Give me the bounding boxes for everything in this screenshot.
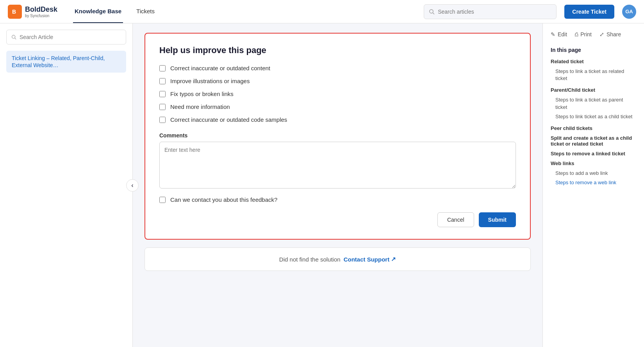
toc-section-split-create-title[interactable]: Split and create a ticket as a child tic…: [551, 135, 636, 147]
edit-action[interactable]: ✎ Edit: [551, 31, 567, 37]
share-action[interactable]: ⤢ Share: [599, 31, 621, 37]
search-icon: [429, 9, 435, 15]
feedback-form: Help us improve this page Correct inaccu…: [144, 33, 531, 240]
logo-text: BoldDesk by Syncfusion: [25, 5, 57, 18]
logo-sub-text: by Syncfusion: [25, 14, 57, 18]
sidebar-collapse-button[interactable]: ‹: [126, 179, 139, 192]
nav-tab-knowledge-base[interactable]: Knowledge Base: [73, 0, 123, 23]
toc-section-remove-linked: Steps to remove a linked ticket: [551, 151, 636, 157]
toc-item-remove-web-link[interactable]: Steps to remove a web link: [551, 178, 636, 187]
header: B BoldDesk by Syncfusion Knowledge Base …: [0, 0, 644, 23]
sidebar-search-icon: [11, 34, 16, 40]
print-icon: ⎙: [575, 31, 578, 37]
form-buttons: Cancel Submit: [159, 212, 516, 227]
toc-section-parent-child-title[interactable]: Parent/Child ticket: [551, 87, 636, 93]
toc-item-add-web-link[interactable]: Steps to add a web link: [551, 169, 636, 178]
checkbox-code-samples[interactable]: [159, 117, 166, 123]
checkbox-label-more-info[interactable]: Need more information: [170, 103, 230, 110]
feedback-form-title: Help us improve this page: [159, 45, 516, 55]
checkbox-item-4: Need more information: [159, 103, 516, 110]
create-ticket-button[interactable]: Create Ticket: [564, 5, 614, 19]
sidebar-article-item[interactable]: Ticket Linking – Related, Parent-Child, …: [6, 51, 126, 73]
checkbox-label-inaccurate-content[interactable]: Correct inaccurate or outdated content: [170, 65, 270, 71]
checkbox-label-typos[interactable]: Fix typos or broken links: [170, 91, 234, 97]
contact-checkbox-label[interactable]: Can we contact you about this feedback?: [170, 196, 277, 203]
checkbox-item-1: Correct inaccurate or outdated content: [159, 65, 516, 71]
toc-item-parent-ticket[interactable]: Steps to link a ticket as parent ticket: [551, 95, 636, 112]
logo-area: B BoldDesk by Syncfusion: [8, 5, 57, 19]
bolddesk-logo-icon: B: [8, 5, 22, 19]
edit-label: Edit: [558, 31, 567, 37]
in-this-page-title: In this page: [551, 47, 636, 53]
toc-item-related-link[interactable]: Steps to link a ticket as related ticket: [551, 67, 636, 83]
contact-support-label: Contact Support: [344, 256, 390, 263]
toc-section-remove-linked-title[interactable]: Steps to remove a linked ticket: [551, 151, 636, 157]
toc-section-peer-child-title[interactable]: Peer child tickets: [551, 125, 636, 131]
svg-point-4: [12, 35, 15, 38]
sidebar-search-bar[interactable]: [6, 30, 126, 44]
solution-text: Did not find the solution: [279, 256, 341, 263]
toc-section-parent-child: Parent/Child ticket Steps to link a tick…: [551, 87, 636, 121]
sidebar: Ticket Linking – Related, Parent-Child, …: [0, 23, 133, 347]
contact-checkbox-wrapper: Can we contact you about this feedback?: [159, 196, 516, 203]
edit-icon: ✎: [551, 31, 555, 37]
checkbox-illustrations[interactable]: [159, 78, 166, 84]
nav-tab-tickets[interactable]: Tickets: [135, 0, 156, 23]
checkbox-item-5: Correct inaccurate or outdated code samp…: [159, 116, 516, 123]
avatar: GA: [622, 5, 636, 19]
global-search-input[interactable]: [438, 9, 551, 15]
toc-section-related: Related ticket Steps to link a ticket as…: [551, 59, 636, 83]
submit-button[interactable]: Submit: [479, 212, 516, 227]
toc-section-web-links-title[interactable]: Web links: [551, 160, 636, 166]
comments-label: Comments: [159, 132, 516, 139]
logo-main-text: BoldDesk: [25, 5, 57, 14]
checkbox-item-2: Improve illustrations or images: [159, 78, 516, 84]
svg-line-5: [15, 38, 16, 39]
checkbox-item-3: Fix typos or broken links: [159, 91, 516, 97]
contact-support-link[interactable]: Contact Support ↗: [344, 256, 396, 263]
toc-section-related-title[interactable]: Related ticket: [551, 59, 636, 64]
share-icon: ⤢: [599, 31, 604, 37]
external-link-icon: ↗: [391, 256, 396, 263]
checkbox-more-info[interactable]: [159, 104, 166, 110]
panel-actions: ✎ Edit ⎙ Print ⤢ Share: [551, 31, 636, 37]
share-label: Share: [607, 31, 621, 37]
comments-textarea[interactable]: [159, 142, 516, 189]
print-action[interactable]: ⎙ Print: [575, 31, 592, 37]
cancel-button[interactable]: Cancel: [437, 212, 474, 227]
right-panel: ✎ Edit ⎙ Print ⤢ Share In this page Rela…: [542, 23, 644, 347]
toc-item-child-ticket[interactable]: Steps to link ticket as a child ticket: [551, 112, 636, 121]
article-link[interactable]: Ticket Linking – Related, Parent-Child, …: [12, 55, 105, 68]
main-content: Help us improve this page Correct inaccu…: [133, 23, 542, 347]
toc-section-web-links: Web links Steps to add a web link Steps …: [551, 160, 636, 187]
nav-tabs: Knowledge Base Tickets: [73, 0, 156, 23]
svg-text:B: B: [12, 9, 16, 15]
feedback-checkboxes: Correct inaccurate or outdated content I…: [159, 65, 516, 123]
print-label: Print: [580, 31, 592, 37]
chevron-left-icon: ‹: [131, 182, 133, 189]
solution-bar: Did not find the solution Contact Suppor…: [144, 247, 531, 271]
checkbox-label-code-samples[interactable]: Correct inaccurate or outdated code samp…: [170, 116, 287, 123]
svg-point-2: [430, 9, 433, 13]
checkbox-inaccurate-content[interactable]: [159, 65, 166, 71]
toc-section-split-create: Split and create a ticket as a child tic…: [551, 135, 636, 147]
sidebar-search-input[interactable]: [20, 34, 121, 40]
global-search-bar[interactable]: [424, 4, 557, 19]
main-layout: Ticket Linking – Related, Parent-Child, …: [0, 23, 644, 347]
checkbox-typos[interactable]: [159, 91, 166, 97]
checkbox-label-illustrations[interactable]: Improve illustrations or images: [170, 78, 250, 84]
contact-checkbox[interactable]: [159, 197, 166, 203]
svg-line-3: [433, 12, 435, 14]
toc-section-peer-child: Peer child tickets: [551, 125, 636, 131]
